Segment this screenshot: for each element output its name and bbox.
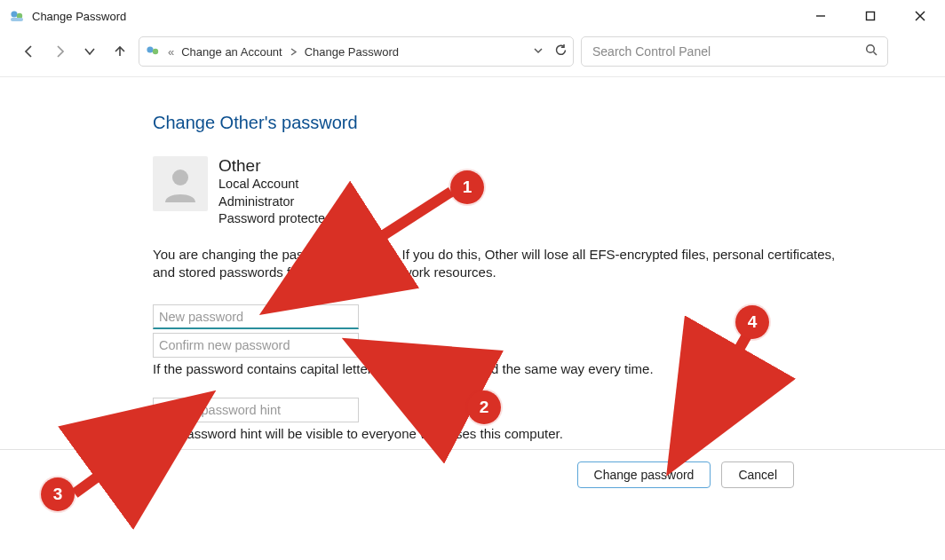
account-name: Other — [218, 156, 332, 176]
page-title: Change Other's password — [153, 113, 945, 133]
chevron-right-icon — [288, 45, 299, 59]
title-bar: Change Password — [0, 0, 945, 32]
breadcrumb-root[interactable]: « — [166, 45, 176, 59]
content-pane: Change Other's password Other Local Acco… — [0, 77, 945, 441]
svg-rect-2 — [11, 18, 23, 21]
annotation-marker-4: 4 — [735, 305, 769, 339]
account-block: Other Local Account Administrator Passwo… — [153, 156, 945, 228]
window-maximize-button[interactable] — [846, 0, 895, 32]
refresh-button[interactable] — [554, 43, 568, 59]
search-field[interactable] — [581, 36, 888, 67]
app-icon — [9, 8, 25, 24]
nav-recent-dropdown[interactable] — [78, 40, 101, 63]
footer-divider — [0, 449, 945, 450]
svg-line-10 — [874, 52, 878, 56]
command-bar: « Change an Account Change Password — [0, 32, 945, 71]
annotation-marker-1: 1 — [450, 170, 484, 204]
breadcrumb-item-change-password[interactable]: Change Password — [305, 45, 399, 59]
account-role: Administrator — [218, 193, 332, 211]
breadcrumb-dropdown-icon[interactable] — [533, 45, 544, 59]
svg-point-7 — [147, 46, 153, 52]
capital-letters-notice: If the password contains capital letters… — [153, 361, 945, 376]
svg-rect-4 — [867, 12, 875, 20]
breadcrumb-item-change-an-account[interactable]: Change an Account — [181, 45, 282, 59]
hint-visibility-notice: The password hint will be visible to eve… — [153, 426, 945, 441]
warning-text: You are changing the password for Other.… — [153, 246, 837, 282]
annotation-marker-3: 3 — [41, 477, 75, 511]
cancel-button[interactable]: Cancel — [721, 461, 794, 488]
search-icon[interactable] — [865, 43, 878, 59]
account-protected: Password protected — [218, 210, 332, 228]
nav-back-button[interactable] — [18, 40, 41, 63]
confirm-password-input[interactable] — [153, 333, 359, 358]
search-input[interactable] — [591, 43, 865, 59]
account-type: Local Account — [218, 176, 332, 193]
window-title: Change Password — [32, 10, 126, 23]
svg-point-9 — [867, 45, 875, 53]
nav-forward-button[interactable] — [48, 40, 71, 63]
window-close-button[interactable] — [895, 0, 945, 32]
avatar — [153, 156, 208, 211]
window-minimize-button[interactable] — [796, 0, 846, 32]
new-password-input[interactable] — [153, 304, 359, 329]
svg-point-11 — [172, 170, 188, 185]
password-hint-input[interactable] — [153, 398, 359, 422]
user-accounts-icon — [145, 43, 161, 59]
svg-point-8 — [153, 49, 158, 54]
change-password-button[interactable]: Change password — [577, 461, 711, 488]
account-meta: Other Local Account Administrator Passwo… — [218, 156, 332, 228]
breadcrumb-field[interactable]: « Change an Account Change Password — [139, 36, 574, 67]
button-row: Change password Cancel — [577, 461, 794, 488]
annotation-marker-2: 2 — [467, 390, 501, 424]
nav-up-button[interactable] — [108, 40, 131, 63]
svg-point-0 — [11, 11, 17, 17]
